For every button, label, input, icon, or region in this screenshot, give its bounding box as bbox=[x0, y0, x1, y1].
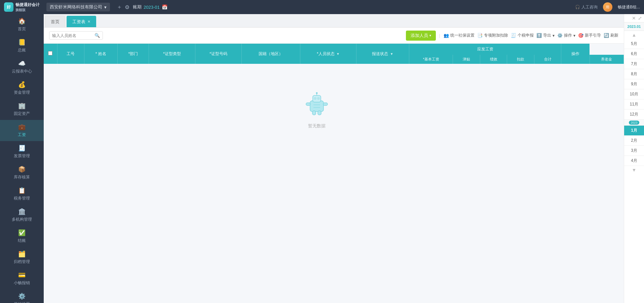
operations-label: 操作 bbox=[564, 33, 572, 38]
svg-point-5 bbox=[318, 98, 319, 99]
sidebar-label-fixed-assets: 固定资产 bbox=[14, 111, 30, 117]
app-logo: 好 畅捷通好会计 旗舰版 bbox=[4, 2, 40, 12]
date-nav-down[interactable]: ▼ bbox=[624, 166, 644, 174]
customer-service-label: 人工咨询 bbox=[581, 4, 598, 10]
personal-tax-label: 个税申报 bbox=[518, 33, 534, 38]
year-badge-row: 2023 bbox=[624, 120, 644, 126]
expand-panel-btn[interactable]: ⤢ bbox=[638, 15, 642, 21]
date-item-6[interactable]: 6月 bbox=[624, 49, 644, 59]
tab-bar: 首页 工资表 ✕ bbox=[44, 14, 624, 28]
date-item-12[interactable]: 12月 bbox=[624, 110, 644, 120]
col-header-nationality: 国籍（地区） bbox=[241, 44, 300, 64]
fixed-assets-icon: 🏢 bbox=[18, 102, 26, 110]
select-all-checkbox[interactable] bbox=[48, 51, 52, 55]
calendar-icon[interactable]: 📅 bbox=[162, 4, 167, 10]
user-name[interactable]: 畅捷通B组... bbox=[618, 4, 640, 10]
date-item-7[interactable]: 7月 bbox=[624, 59, 644, 69]
sidebar-item-ledger[interactable]: 📒 总账 bbox=[0, 35, 44, 56]
sidebar-item-inventory[interactable]: 📦 库存核算 bbox=[0, 162, 44, 183]
multi-org-icon: 🏛️ bbox=[18, 208, 26, 215]
col-header-subsidy: 津贴 bbox=[453, 55, 480, 64]
sidebar-item-fixed-assets[interactable]: 🏢 固定资产 bbox=[0, 99, 44, 120]
sidebar-label-settings: 基础设置 bbox=[14, 301, 30, 303]
sidebar-item-home[interactable]: 🏠 首页 bbox=[0, 14, 44, 35]
sidebar-label-fund: 资金管理 bbox=[14, 90, 30, 95]
special-deduction-label: 专项附加扣除 bbox=[484, 33, 508, 38]
settings-icon[interactable]: ⚙ bbox=[125, 4, 129, 10]
col-header-report-status[interactable]: 报送状态 ▼ bbox=[356, 44, 409, 64]
col-header-ops: 操作 bbox=[561, 44, 590, 64]
sidebar-item-fund[interactable]: 💰 资金管理 bbox=[0, 78, 44, 99]
tab-close-icon[interactable]: ✕ bbox=[87, 19, 90, 24]
svg-rect-11 bbox=[318, 111, 321, 115]
refresh-btn[interactable]: 🔄 刷新 bbox=[604, 33, 618, 38]
sidebar-label-salary: 工资 bbox=[18, 132, 26, 138]
inventory-icon: 📦 bbox=[18, 166, 26, 173]
social-security-icon: 👥 bbox=[444, 33, 449, 38]
tab-salary-table[interactable]: 工资表 ✕ bbox=[67, 16, 96, 27]
user-avatar: 用 bbox=[603, 2, 612, 12]
empty-state: 暂无数据 bbox=[44, 64, 590, 156]
add-icon[interactable]: ＋ bbox=[117, 4, 122, 11]
personal-tax-btn[interactable]: 🧾 个税申报 bbox=[511, 33, 534, 38]
close-panel-btn[interactable]: ✕ bbox=[632, 15, 636, 21]
divider-1: | bbox=[439, 33, 440, 38]
logo-icon: 好 bbox=[4, 2, 13, 12]
new-guide-btn[interactable]: 🎯 新手引导 bbox=[578, 33, 601, 38]
date-item-feb[interactable]: 2月 bbox=[624, 136, 644, 146]
date-item-9[interactable]: 9月 bbox=[624, 79, 644, 89]
home-icon: 🏠 bbox=[18, 17, 26, 25]
sidebar-label-settlement: 结账 bbox=[18, 238, 26, 244]
col-header-performance: 绩效 bbox=[480, 55, 507, 64]
company-selector[interactable]: 西安虾米网络科技有限公司 ▾ bbox=[46, 3, 110, 11]
search-input[interactable] bbox=[52, 33, 92, 38]
social-security-btn[interactable]: 👥 统一社保设置 bbox=[444, 33, 475, 38]
add-person-button[interactable]: 添加人员 ▾ bbox=[406, 31, 436, 41]
top-bar-right: 🎧 人工咨询 用 畅捷通B组... bbox=[575, 2, 640, 12]
export-label: 导出 bbox=[543, 33, 551, 38]
export-chevron: ▾ bbox=[553, 33, 555, 38]
sidebar-label-archive: 归档管理 bbox=[14, 259, 30, 265]
sidebar-label-invoice: 发票管理 bbox=[14, 153, 30, 159]
salary-table: 工号 * 姓名 *部门 *证型类型 *证型号码 国籍（地区） *人员状态 ▼ 报… bbox=[44, 44, 624, 156]
sidebar-item-settlement[interactable]: ✅ 结账 bbox=[0, 226, 44, 247]
operations-btn[interactable]: ⚙️ 操作 ▾ bbox=[557, 33, 575, 38]
sidebar-label-expense: 小畅报销 bbox=[14, 280, 30, 286]
date-panel-current-period: 2023.01 bbox=[624, 23, 644, 31]
export-btn[interactable]: ⬆️ 导出 ▾ bbox=[536, 33, 555, 38]
date-item-mar[interactable]: 3月 bbox=[624, 146, 644, 156]
operations-icon: ⚙️ bbox=[557, 33, 563, 38]
company-name: 西安虾米网络科技有限公司 bbox=[50, 4, 102, 10]
tab-home[interactable]: 首页 bbox=[45, 16, 65, 27]
date-item-11[interactable]: 11月 bbox=[624, 99, 644, 110]
sidebar-item-archive[interactable]: 🗂️ 归档管理 bbox=[0, 247, 44, 268]
settings-sidebar-icon: ⚙️ bbox=[18, 293, 26, 300]
sidebar-item-salary[interactable]: 💼 工资 bbox=[0, 120, 44, 141]
main-layout: 🏠 首页 📒 总账 ☁️ 云报表中心 💰 资金管理 🏢 固定资产 💼 工资 🧾 … bbox=[0, 14, 644, 303]
special-deduction-icon: 📑 bbox=[477, 33, 483, 38]
date-nav-up[interactable]: ▲ bbox=[624, 31, 644, 39]
customer-service-btn[interactable]: 🎧 人工咨询 bbox=[575, 4, 598, 10]
svg-rect-10 bbox=[312, 111, 316, 115]
date-item-jan[interactable]: 1月 bbox=[624, 126, 644, 136]
sidebar-item-multi-org[interactable]: 🏛️ 多机构管理 bbox=[0, 205, 44, 226]
sidebar: 🏠 首页 📒 总账 ☁️ 云报表中心 💰 资金管理 🏢 固定资产 💼 工资 🧾 … bbox=[0, 14, 44, 303]
add-person-chevron: ▾ bbox=[429, 34, 431, 37]
col-header-status[interactable]: *人员状态 ▼ bbox=[300, 44, 356, 64]
period-label: 账期 bbox=[133, 4, 142, 10]
col-header-checkbox[interactable] bbox=[44, 44, 57, 64]
sidebar-item-cloud-report[interactable]: ☁️ 云报表中心 bbox=[0, 56, 44, 78]
sidebar-item-invoice[interactable]: 🧾 发票管理 bbox=[0, 141, 44, 162]
col-header-id-type: *证型类型 bbox=[149, 44, 195, 64]
refresh-icon: 🔄 bbox=[604, 33, 609, 38]
date-item-8[interactable]: 8月 bbox=[624, 69, 644, 79]
sidebar-item-expense[interactable]: 💳 小畅报销 bbox=[0, 268, 44, 289]
sidebar-item-settings[interactable]: ⚙️ 基础设置 bbox=[0, 289, 44, 303]
date-item-5[interactable]: 5月 bbox=[624, 39, 644, 49]
sidebar-label-tax: 税务管理 bbox=[14, 196, 30, 201]
special-deduction-btn[interactable]: 📑 专项附加扣除 bbox=[477, 33, 508, 38]
ledger-icon: 📒 bbox=[18, 39, 26, 46]
date-item-10[interactable]: 10月 bbox=[624, 89, 644, 99]
date-item-apr[interactable]: 4月 bbox=[624, 156, 644, 166]
sidebar-item-tax[interactable]: 📋 税务管理 bbox=[0, 183, 44, 205]
